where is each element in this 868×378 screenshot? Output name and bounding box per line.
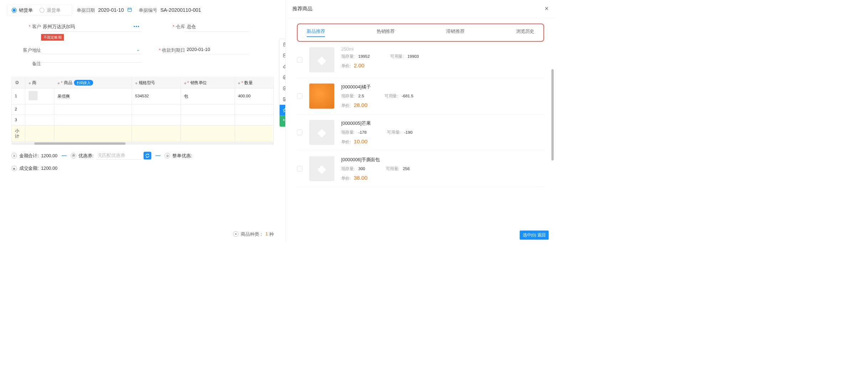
cell-spec[interactable] xyxy=(132,104,181,114)
final-value: 1200.00 xyxy=(41,166,57,171)
product-item: ◆ 250ml 现存量:19952 可用量:19903 单价:2.00 xyxy=(297,42,544,78)
cell-spec[interactable] xyxy=(132,115,181,125)
price-label: 单价: xyxy=(341,63,351,68)
cell-vendor[interactable] xyxy=(25,104,54,114)
col-settings[interactable]: ⚙ xyxy=(11,77,25,88)
remark-label: 备注 xyxy=(32,61,41,66)
scan-input-button[interactable]: 扫码录入 xyxy=(74,80,93,86)
product-name: [0000006]手撕面包 xyxy=(341,157,544,163)
horizontal-scrollbar[interactable] xyxy=(11,142,274,144)
due-label: 收款到期日 xyxy=(162,47,185,52)
cell-product[interactable] xyxy=(54,104,132,114)
doc-num-value: SA-20200110-001 xyxy=(160,7,201,13)
stock-value: 2.5 xyxy=(358,94,364,98)
more-icon[interactable]: ••• xyxy=(133,24,139,29)
cell-product[interactable]: 果倍爽 xyxy=(54,88,132,104)
minus-icon: — xyxy=(155,153,160,159)
product-checkbox[interactable] xyxy=(297,57,302,62)
panel-title: 推荐商品 xyxy=(292,5,312,12)
recommendation-tab[interactable]: 热销推荐 xyxy=(377,28,395,37)
product-checkbox[interactable] xyxy=(297,93,302,99)
warehouse-input[interactable]: 总仓 xyxy=(185,22,249,32)
calendar-icon[interactable] xyxy=(127,7,132,14)
doc-date-value[interactable]: 2020-01-10 xyxy=(98,7,124,13)
refresh-button[interactable] xyxy=(144,152,152,160)
yen-icon: ¥ xyxy=(11,153,17,158)
col-product[interactable]: ◆*商品扫码录入 xyxy=(54,77,132,88)
cell-product[interactable] xyxy=(54,115,132,125)
whole-discount-label: 整单优惠: xyxy=(172,153,192,159)
coupon-input[interactable]: 无匹配优惠券 xyxy=(96,152,141,160)
product-image: ◆ xyxy=(309,120,334,145)
address-input[interactable]: ⌄ xyxy=(41,46,142,54)
cell-vendor[interactable] xyxy=(25,115,54,125)
table-row[interactable]: 2 xyxy=(11,104,274,114)
remark-input[interactable] xyxy=(41,60,142,63)
col-unit[interactable]: ◆*销售单位 xyxy=(180,77,235,88)
address-label: 客户地址 xyxy=(23,47,41,52)
product-checkbox[interactable] xyxy=(297,130,302,135)
cell-qty[interactable] xyxy=(235,115,274,125)
items-table: ⚙ ◆商 ◆*商品扫码录入 ◆规格型号 ◆*销售单位 ◆*数量 1 果倍爽 53… xyxy=(11,77,274,142)
subtotal-label: 小计 xyxy=(11,125,25,142)
warehouse-value: 总仓 xyxy=(187,24,196,30)
price-value: 38.00 xyxy=(354,174,367,180)
radio-icon xyxy=(12,7,17,12)
product-thumb-icon xyxy=(29,91,38,100)
cell-unit[interactable] xyxy=(180,104,235,114)
amount-value: 1200.00 xyxy=(41,153,57,158)
tab-sales-label: 销货单 xyxy=(19,7,32,13)
cell-unit[interactable]: 包 xyxy=(180,88,235,104)
product-checkbox[interactable] xyxy=(297,166,302,171)
cell-vendor[interactable] xyxy=(25,88,54,104)
recommendation-tab[interactable]: 浏览历史 xyxy=(516,28,534,37)
price-value: 28.00 xyxy=(354,102,367,108)
table-row[interactable]: 1 果倍爽 534532 包 400.00 xyxy=(11,88,274,104)
price-label: 单价: xyxy=(341,176,351,180)
customer-input[interactable]: 苏州万达沃尔玛 ••• xyxy=(41,22,142,32)
list-icon: ≡ xyxy=(233,231,238,236)
stock-label: 现存量: xyxy=(341,94,355,98)
product-name: [0000004]橘子 xyxy=(341,84,544,90)
cell-qty[interactable] xyxy=(235,104,274,114)
recommendation-tab[interactable]: 滞销推荐 xyxy=(446,28,464,37)
tab-sales-order[interactable]: 销货单 xyxy=(12,7,33,13)
price-value: 10.00 xyxy=(354,138,367,144)
coupon-label: 优惠券: xyxy=(78,153,93,159)
avail-value: -190 xyxy=(404,130,412,134)
col-spec[interactable]: ◆规格型号 xyxy=(132,77,181,88)
select-return-button[interactable]: 选中(0) 返回 xyxy=(520,230,548,240)
close-icon[interactable]: ✕ xyxy=(545,6,549,12)
cell-qty[interactable]: 400.00 xyxy=(235,88,274,104)
recommendation-tab[interactable]: 新品推荐 xyxy=(307,28,325,37)
customer-badge: 不固定账期 xyxy=(41,34,64,41)
price-value: 2.00 xyxy=(354,62,364,68)
gear-icon: ⚙ xyxy=(15,80,19,85)
customer-value: 苏州万达沃尔玛 xyxy=(43,24,75,30)
kinds-suffix: 种 xyxy=(269,231,274,237)
svg-rect-0 xyxy=(128,8,132,11)
avail-label: 可用量: xyxy=(386,166,399,171)
price-label: 单价: xyxy=(341,103,351,108)
doc-num-label: 单据编号 xyxy=(139,7,157,13)
due-date-input[interactable]: 2020-01-10 xyxy=(185,46,249,54)
vertical-scrollbar[interactable] xyxy=(551,69,553,160)
cell-unit[interactable] xyxy=(180,115,235,125)
radio-icon xyxy=(40,7,45,12)
avail-value: 19903 xyxy=(407,54,419,58)
doc-date-label: 单据日期 xyxy=(77,7,95,13)
product-name: 250ml xyxy=(341,46,544,52)
minus-icon: — xyxy=(62,153,67,159)
final-icon: ◈ xyxy=(11,165,17,171)
tab-return-order[interactable]: 退货单 xyxy=(40,7,61,13)
avail-label: 可用量: xyxy=(384,94,398,98)
cell-spec[interactable]: 534532 xyxy=(132,88,181,104)
warehouse-label: 仓库 xyxy=(176,24,185,29)
stock-value: 300 xyxy=(358,166,365,171)
kinds-value: 1 xyxy=(265,231,268,237)
row-number: 1 xyxy=(11,88,25,104)
avail-value: 256 xyxy=(403,166,410,171)
table-row[interactable]: 3 xyxy=(11,115,274,125)
col-qty[interactable]: ◆*数量 xyxy=(235,77,274,88)
col-vendor[interactable]: ◆商 xyxy=(25,77,54,88)
